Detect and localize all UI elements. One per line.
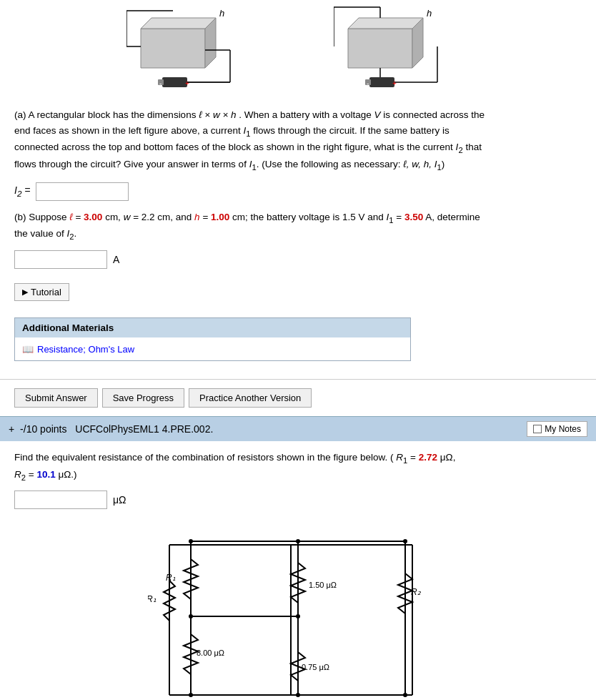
tutorial-icon: ▶ xyxy=(22,287,28,297)
svg-marker-15 xyxy=(348,18,423,29)
book-icon: 📖 xyxy=(22,344,34,355)
problem2-title: + -/10 points UCFColPhysEML1 4.PRE.002. xyxy=(9,423,213,435)
i2-b-unit: A xyxy=(113,254,119,265)
pb-val1: 3.00 xyxy=(84,212,102,222)
p2-r1-sub: 1 xyxy=(403,456,407,465)
p1-text3: is connected across the xyxy=(383,109,485,120)
svg-text:-: - xyxy=(367,79,369,87)
svg-marker-14 xyxy=(348,29,412,68)
practice-another-button[interactable]: Practice Another Version xyxy=(189,388,312,408)
my-notes-button[interactable]: My Notes xyxy=(527,421,587,437)
pb-cm2: cm, and xyxy=(157,212,194,222)
figure-2: h - + xyxy=(334,4,470,89)
figure2-svg: h - + xyxy=(334,4,470,89)
svg-marker-1 xyxy=(141,18,216,29)
submit-answer-button[interactable]: Submit Answer xyxy=(14,388,98,408)
additional-header: Additional Materials xyxy=(15,318,410,337)
link-text: Resistance; Ohm's Law xyxy=(37,344,134,355)
pb-val2: 2.2 xyxy=(141,212,155,222)
plus-icon: + xyxy=(9,423,14,435)
i2-input-a[interactable] xyxy=(36,182,129,201)
circuit-svg: R₁ xyxy=(148,523,448,700)
i2-b-input-row: A xyxy=(14,250,582,269)
svg-point-56 xyxy=(403,539,407,543)
p2-answer-input[interactable] xyxy=(14,491,107,509)
p1-text2: . When a battery with a voltage xyxy=(239,109,374,120)
problem2-header: + -/10 points UCFColPhysEML1 4.PRE.002. … xyxy=(0,416,596,441)
tutorial-button[interactable]: ▶ Tutorial xyxy=(14,283,69,301)
points-label: -/10 points xyxy=(20,423,66,435)
p1-math2: V xyxy=(374,109,380,120)
save-progress-button[interactable]: Save Progress xyxy=(102,388,184,408)
part-b-text: (b) Suppose ℓ = 3.00 cm, w = 2.2 cm, and… xyxy=(14,209,582,243)
r1-label-svg: R₁ xyxy=(166,573,176,583)
p2-r2-label: R xyxy=(14,469,21,480)
svg-point-54 xyxy=(189,693,193,697)
p2-unit: μΩ xyxy=(113,494,126,506)
action-buttons-row: Submit Answer Save Progress Practice Ano… xyxy=(0,379,596,416)
p2-r1-label: R xyxy=(396,452,403,463)
svg-marker-0 xyxy=(141,29,205,68)
svg-point-50 xyxy=(189,614,193,618)
r1-label: R₁ xyxy=(148,594,157,604)
r800-label: 8.00 μΩ xyxy=(197,649,224,657)
svg-point-57 xyxy=(403,693,407,697)
svg-text:-: - xyxy=(159,79,162,87)
pb-text2: the value of I2. xyxy=(14,228,76,239)
pb-val3: 1.00 xyxy=(211,212,229,222)
course-label: UCFColPhysEML1 4.PRE.002. xyxy=(75,423,213,435)
svg-point-52 xyxy=(296,539,300,543)
resistance-link[interactable]: 📖 Resistance; Ohm's Law xyxy=(22,344,134,355)
pb-text1: (b) Suppose xyxy=(14,212,69,222)
h-label-1: h xyxy=(219,8,224,19)
pb-cm3: cm; the battery voltage is 1.5 V and I1 … xyxy=(232,212,404,222)
problem1-section: (a) A rectangular block has the dimensio… xyxy=(0,100,596,379)
svg-point-53 xyxy=(189,539,193,543)
svg-rect-9 xyxy=(162,77,187,87)
p2-r1-val: 2.72 xyxy=(419,452,437,463)
svg-point-55 xyxy=(296,693,300,697)
problem1-text: (a) A rectangular block has the dimensio… xyxy=(14,107,582,174)
figure1-svg: h - + xyxy=(126,4,262,89)
p2-answer-row: μΩ xyxy=(14,491,582,509)
notes-checkbox xyxy=(533,425,542,433)
p1-text5: connected across the top and bottom face… xyxy=(14,142,482,152)
p2-r2-val: 10.1 xyxy=(36,469,55,480)
svg-text:+: + xyxy=(392,79,397,87)
i2-label: I2 = xyxy=(14,184,30,198)
p2-r1-unit: μΩ, xyxy=(440,452,456,463)
r150-label: 1.50 μΩ xyxy=(309,581,337,589)
notes-label: My Notes xyxy=(545,424,581,434)
pb-ell: ℓ xyxy=(69,212,72,222)
problem2-body: Find the equivalent resistance of the co… xyxy=(0,441,596,700)
i2-b-input[interactable] xyxy=(14,250,107,269)
p1-text6: flows through the circuit? Give your ans… xyxy=(14,159,444,169)
r075-label: 0.75 μΩ xyxy=(302,663,329,671)
svg-point-51 xyxy=(296,614,300,618)
p1-math1: ℓ × w × h xyxy=(199,109,236,120)
p2-r2-unit: μΩ.) xyxy=(58,469,76,480)
svg-text:+: + xyxy=(185,79,189,87)
pb-cm1: cm, xyxy=(105,212,124,222)
pb-eq1: = xyxy=(75,212,84,222)
pb-a: A, determine xyxy=(425,212,480,222)
p2-r2-eq: = xyxy=(29,469,37,480)
svg-rect-23 xyxy=(369,77,394,87)
problem2-text: Find the equivalent resistance of the co… xyxy=(14,450,582,483)
pb-eq3: = xyxy=(202,212,211,222)
p2-r1-eq: = xyxy=(410,452,419,463)
circuit-diagram: R₁ xyxy=(148,523,448,700)
pb-eq2: = xyxy=(133,212,141,222)
pb-h: h xyxy=(194,212,200,222)
h-label-2: h xyxy=(427,8,432,19)
pb-val4: 3.50 xyxy=(404,212,423,222)
p1-text4: end faces as shown in the left figure ab… xyxy=(14,125,450,136)
p2-text1: Find the equivalent resistance of the co… xyxy=(14,452,394,463)
additional-materials: Additional Materials 📖 Resistance; Ohm's… xyxy=(14,317,411,361)
p1-text1: (a) A rectangular block has the dimensio… xyxy=(14,109,196,120)
p2-r2-sub: 2 xyxy=(21,473,26,481)
additional-body: 📖 Resistance; Ohm's Law xyxy=(15,337,410,360)
r2-label-svg: R₂ xyxy=(411,587,422,597)
tutorial-label: Tutorial xyxy=(31,287,61,297)
i2-input-row: I2 = xyxy=(14,182,582,201)
